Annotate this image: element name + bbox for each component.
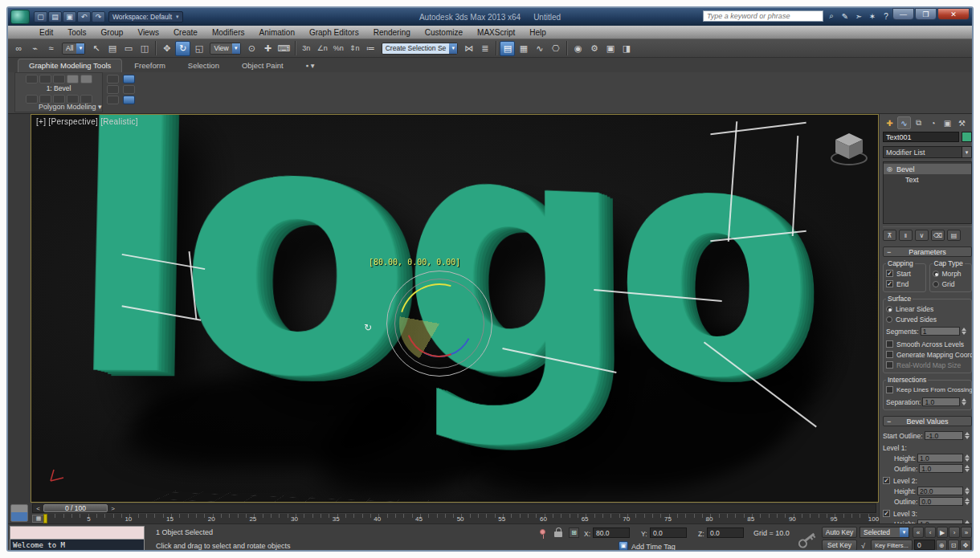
auto-key-button[interactable]: Auto Key [822,527,857,538]
select-and-scale-icon[interactable]: ◱ [191,41,206,56]
ribbon-tab-selection[interactable]: Selection [178,59,230,72]
keep-lines-checkbox[interactable]: Keep Lines From Crossing [886,385,969,395]
percent-snap-icon[interactable]: %n [331,41,346,56]
absolute-mode-icon[interactable]: ⊞ [569,527,579,538]
zoom-region-icon[interactable]: ⊡ [948,540,959,551]
real-world-map-size-checkbox[interactable]: Real-World Map Size [886,360,969,370]
select-and-move-icon[interactable]: ✥ [159,41,174,56]
bind-to-spacewarp-icon[interactable]: ≈ [43,41,59,56]
listener-line[interactable]: Welcome to M [10,540,144,552]
generate-mapping-coords-checkbox[interactable]: Generate Mapping Coords. [886,349,969,360]
restore-button[interactable]: ❐ [915,8,937,20]
element-mode-icon[interactable] [80,75,92,83]
subscription-icon[interactable]: ✎ [839,10,851,22]
snap-toggle-icon[interactable]: 3n [299,41,314,56]
pm-side-icon[interactable] [107,96,119,104]
create-tab-icon[interactable]: ✚ [883,116,896,129]
ribbon-tab-object-paint[interactable]: Object Paint [231,59,294,72]
window-crossing-icon[interactable]: ◫ [137,41,152,56]
level1-outline-spinner[interactable] [965,464,972,473]
timeline-left-toggle[interactable] [10,504,28,522]
start-outline-spinner[interactable] [965,431,972,440]
rendered-frame-icon[interactable]: ▣ [602,41,618,56]
maxscript-mini-listener[interactable]: Welcome to M [10,526,145,552]
pm-side-icon[interactable] [107,75,119,83]
next-frame-arrow[interactable]: > [108,504,118,512]
polygon-mode-icon[interactable] [67,75,79,83]
select-by-name-icon[interactable]: ▤ [104,41,120,56]
select-and-rotate-icon[interactable]: ↻ [175,41,190,56]
modify-tab-icon[interactable]: ∿ [897,116,911,129]
pm-tool-icon[interactable] [26,95,38,104]
set-key-filter-icon[interactable]: √ [861,542,865,550]
level1-outline-field[interactable]: 1.0 [919,464,963,473]
level1-height-spinner[interactable] [965,454,972,462]
menu-maxscript[interactable]: MAXScript [470,26,522,39]
curve-editor-icon[interactable]: ∿ [532,41,547,56]
pm-side-icon[interactable] [107,85,119,94]
linear-sides-radio[interactable]: Linear Sides [886,303,969,314]
start-outline-field[interactable]: -1.0 [925,431,963,440]
isolate-selection-icon[interactable] [540,529,545,535]
next-frame-button[interactable]: › [949,527,960,538]
time-slider[interactable]: < 0 / 100 > [32,503,876,513]
undo-icon[interactable]: ↶ [77,11,91,22]
material-editor-icon[interactable]: ◉ [570,41,586,56]
ribbon-tab-freeform[interactable]: Freeform [124,59,176,72]
y-coordinate-field[interactable]: 0.0 [650,527,687,538]
stack-item-bevel[interactable]: ◎ Bevel [884,164,971,174]
set-key-button[interactable]: Set Key [822,540,857,551]
pm-side-icon-active[interactable] [123,96,135,104]
menu-edit[interactable]: Edit [32,26,60,39]
menu-graph-editors[interactable]: Graph Editors [302,26,366,39]
named-selection-sets-dropdown[interactable]: Create Selection Se▾ [382,43,459,55]
viewport-label[interactable]: [+] [Perspective] [Realistic] [36,117,138,126]
mirror-icon[interactable]: ⋈ [461,41,476,56]
keyable-dropdown[interactable]: Selected ▾ [860,527,909,538]
render-production-icon[interactable]: ◨ [619,41,634,56]
redo-icon[interactable]: ↷ [92,11,105,22]
schematic-view-icon[interactable]: ⎔ [548,41,563,56]
keyboard-override-icon[interactable]: ⌨ [276,41,292,56]
x-coordinate-field[interactable]: 80.0 [593,527,630,538]
z-coordinate-field[interactable]: 0.0 [707,527,744,538]
level2-outline-spinner[interactable] [965,497,972,506]
start-checkbox[interactable]: ✓Start [886,268,923,279]
level2-checkbox[interactable]: ✓Level 2: [883,475,972,486]
current-frame-field[interactable]: 0 [914,540,935,550]
time-slider-handle[interactable]: 0 / 100 [43,504,108,512]
prev-frame-arrow[interactable]: < [33,504,43,512]
add-time-tag[interactable]: Add Time Tag [631,543,676,551]
select-and-manipulate-icon[interactable]: ✚ [260,41,276,56]
level2-outline-field[interactable]: 0.0 [919,497,963,506]
utilities-tab-icon[interactable]: ⚒ [955,116,969,129]
vertex-mode-icon[interactable] [26,75,38,83]
morph-radio[interactable]: Morph [933,268,970,279]
communication-icon[interactable]: ➣ [853,10,864,22]
render-setup-icon[interactable]: ⚙ [586,41,602,56]
display-tab-icon[interactable]: ▣ [941,116,954,129]
help-icon[interactable]: ? [880,10,892,22]
angle-snap-icon[interactable]: ∠n [315,41,330,56]
search-input[interactable] [703,10,823,22]
motion-tab-icon[interactable]: ◔ [926,116,940,129]
favorites-icon[interactable]: ✶ [867,10,878,22]
hierarchy-tab-icon[interactable]: ⧉ [912,116,925,129]
separation-field[interactable]: 1.0 [922,397,960,406]
minimize-button[interactable]: — [892,8,914,20]
smooth-across-levels-checkbox[interactable]: Smooth Across Levels [886,339,969,349]
select-object-icon[interactable]: ↖ [88,41,104,56]
current-frame-marker[interactable] [43,514,47,523]
track-bar[interactable]: 5101520253035404550556065707580859095100 [47,514,876,523]
close-button[interactable]: ✕ [937,8,970,20]
ribbon-overflow-icon[interactable]: ▪ ▾ [296,59,325,72]
select-and-link-icon[interactable]: ∞ [11,41,27,56]
selection-lock-icon[interactable] [554,532,562,537]
menu-help[interactable]: Help [522,26,553,39]
pan-icon[interactable]: ✥ [960,540,971,551]
separation-spinner[interactable] [962,397,969,406]
curved-sides-radio[interactable]: Curved Sides [886,314,969,324]
save-file-icon[interactable]: ▣ [63,11,76,22]
key-filters-button[interactable]: Key Filters... [871,540,913,551]
level1-height-field[interactable]: 1.0 [917,454,963,462]
